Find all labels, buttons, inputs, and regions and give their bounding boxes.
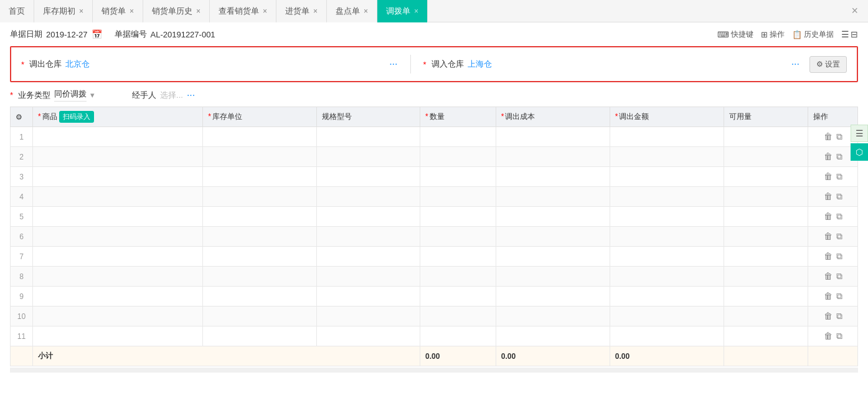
cell-available-2[interactable]: [724, 147, 808, 167]
col-amount: 调出金额: [610, 107, 724, 127]
person-label: 经手人: [132, 90, 156, 101]
delete-icon-10[interactable]: 🗑: [824, 311, 833, 321]
col-gear[interactable]: ⚙: [11, 107, 33, 127]
tab-close-inventory-check[interactable]: ×: [364, 7, 368, 16]
copy-icon-4[interactable]: ⧉: [836, 191, 842, 202]
warehouse-out-value[interactable]: 北京仓: [65, 59, 90, 70]
copy-icon-2[interactable]: ⧉: [836, 151, 842, 162]
tab-close-purchase-order[interactable]: ×: [313, 7, 318, 16]
table-row: 5 🗑⧉: [11, 207, 858, 227]
col-op: 操作: [808, 107, 858, 127]
table-row: 6 🗑⧉: [11, 227, 858, 247]
copy-icon-10[interactable]: ⧉: [836, 311, 842, 321]
person-placeholder[interactable]: 选择...: [160, 90, 183, 101]
tab-close-sales-history[interactable]: ×: [196, 7, 200, 16]
date-value: 2019-12-27: [46, 30, 88, 39]
shortcuts-action[interactable]: ⌨ 快捷键: [717, 29, 753, 40]
tab-close-view-sales[interactable]: ×: [263, 7, 267, 16]
tab-home[interactable]: 首页: [0, 0, 34, 22]
person-field: 经手人 选择... ···: [132, 90, 195, 101]
tab-close-sales-order[interactable]: ×: [130, 7, 134, 16]
delete-icon-3[interactable]: 🗑: [824, 171, 833, 182]
history-action[interactable]: 📋 历史单据: [792, 29, 834, 40]
layout-list-icon[interactable]: ☰: [841, 29, 849, 39]
copy-icon-11[interactable]: ⧉: [836, 331, 842, 341]
delete-icon-7[interactable]: 🗑: [824, 251, 833, 262]
cell-amount-2[interactable]: [610, 147, 724, 167]
copy-icon-7[interactable]: ⧉: [836, 251, 842, 262]
tab-purchase-order[interactable]: 进货单 ×: [276, 0, 327, 22]
cell-available-1[interactable]: [724, 127, 808, 147]
table-row: 3 🗑⧉: [11, 167, 858, 187]
cell-unit-1[interactable]: [203, 127, 317, 147]
layout-icon-group: ☰ ⊟: [841, 29, 858, 39]
warehouse-in-section: * 调入仓库 上海仓 ···: [423, 59, 800, 70]
tab-inventory-check[interactable]: 盘点单 ×: [327, 0, 377, 22]
tab-close-transfer[interactable]: ×: [414, 7, 418, 16]
copy-icon-3[interactable]: ⧉: [836, 171, 842, 182]
grid-icon: ⊞: [761, 30, 768, 39]
business-type-field: * 业务类型 同价调拨 ▾: [10, 88, 95, 102]
warehouse-in-value[interactable]: 上海仓: [468, 59, 492, 70]
dropdown-arrow-icon[interactable]: ▾: [90, 90, 95, 100]
warehouse-out-dots[interactable]: ···: [389, 59, 397, 70]
settings-button[interactable]: ⚙ 设置: [809, 56, 847, 73]
table-row: 11 🗑⧉: [11, 326, 858, 346]
cell-spec-1[interactable]: [317, 127, 420, 147]
cell-product-1[interactable]: [33, 127, 203, 147]
copy-icon-6[interactable]: ⧉: [836, 231, 842, 242]
tab-sales-history[interactable]: 销货单历史 ×: [143, 0, 210, 22]
float-list-icon[interactable]: ☰: [851, 125, 868, 142]
warehouse-in-dots[interactable]: ···: [791, 59, 800, 70]
copy-icon-9[interactable]: ⧉: [836, 291, 842, 302]
cell-cost-2[interactable]: [496, 147, 610, 167]
gear-icon: ⚙: [816, 60, 823, 69]
cell-spec-2[interactable]: [317, 147, 420, 167]
tab-transfer[interactable]: 调拨单 ×: [377, 0, 428, 22]
delete-icon-2[interactable]: 🗑: [824, 151, 833, 162]
copy-icon-8[interactable]: ⧉: [836, 271, 842, 282]
copy-icon-1[interactable]: ⧉: [836, 131, 842, 142]
float-export-icon[interactable]: ⬡: [851, 143, 868, 161]
tab-sales-order[interactable]: 销货单 ×: [93, 0, 143, 22]
row-num-2: 2: [11, 147, 33, 167]
cell-cost-1[interactable]: [496, 127, 610, 147]
cell-qty-2[interactable]: [420, 147, 496, 167]
cell-qty-1[interactable]: [420, 127, 496, 147]
warehouse-out-section: * 调出仓库 北京仓 ···: [21, 59, 398, 70]
layout-grid-icon[interactable]: ⊟: [851, 29, 858, 39]
top-form-row: 单据日期 2019-12-27 📅 单据编号 AL-20191227-001 ⌨…: [10, 29, 858, 40]
tab-inventory-init[interactable]: 库存期初 ×: [34, 0, 93, 22]
table-row: 7 🗑⧉: [11, 247, 858, 267]
subtotal-qty: 0.00: [420, 346, 496, 366]
doc-num-field: 单据编号 AL-20191227-001: [115, 29, 215, 40]
horizontal-scrollbar[interactable]: [10, 368, 858, 373]
calendar-icon[interactable]: 📅: [92, 29, 102, 39]
table-row: 8 🗑⧉: [11, 267, 858, 287]
table-row: 2 🗑 ⧉: [11, 147, 858, 167]
keyboard-icon: ⌨: [717, 30, 729, 39]
tab-view-sales[interactable]: 查看销货单 ×: [210, 0, 276, 22]
tab-close-inventory-init[interactable]: ×: [79, 7, 83, 16]
delete-icon-11[interactable]: 🗑: [824, 331, 833, 341]
delete-icon-1[interactable]: 🗑: [824, 131, 833, 142]
person-dots[interactable]: ···: [187, 90, 195, 101]
delete-icon-6[interactable]: 🗑: [824, 231, 833, 242]
delete-icon-5[interactable]: 🗑: [824, 211, 833, 222]
global-close-button[interactable]: ×: [841, 0, 868, 22]
table-row: 10 🗑⧉: [11, 307, 858, 326]
cell-unit-2[interactable]: [203, 147, 317, 167]
delete-icon-9[interactable]: 🗑: [824, 291, 833, 302]
delete-icon-4[interactable]: 🗑: [824, 191, 833, 202]
business-type-value[interactable]: 同价调拨: [54, 88, 87, 102]
cell-amount-1[interactable]: [610, 127, 724, 147]
operations-action[interactable]: ⊞ 操作: [761, 29, 785, 40]
scan-button[interactable]: 扫码录入: [59, 111, 94, 123]
main-content: 单据日期 2019-12-27 📅 单据编号 AL-20191227-001 ⌨…: [0, 22, 868, 379]
cell-product-2[interactable]: [33, 147, 203, 167]
top-actions: ⌨ 快捷键 ⊞ 操作 📋 历史单据 ☰ ⊟: [717, 29, 858, 40]
col-unit: 库存单位: [203, 107, 317, 127]
date-label: 单据日期: [10, 29, 42, 40]
delete-icon-8[interactable]: 🗑: [824, 271, 833, 282]
copy-icon-5[interactable]: ⧉: [836, 211, 842, 222]
